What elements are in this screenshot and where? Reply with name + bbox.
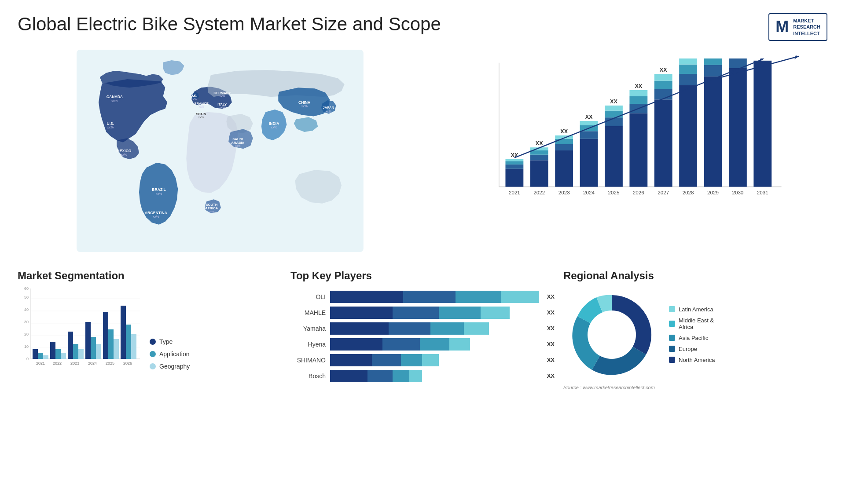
svg-text:2027: 2027 xyxy=(658,190,669,195)
svg-rect-61 xyxy=(605,126,623,187)
legend-latin-label: Latin America xyxy=(679,306,713,313)
svg-text:xx%: xx% xyxy=(209,211,215,214)
player-bar-oli xyxy=(330,291,539,303)
legend-north-america: North America xyxy=(669,357,715,363)
legend-geography-label: Geography xyxy=(159,363,190,370)
header: Global Electric Bike System Market Size … xyxy=(0,0,845,45)
player-row-yamaha: Yamaha XX xyxy=(290,322,555,335)
svg-text:AFRICA: AFRICA xyxy=(205,206,218,210)
svg-rect-125 xyxy=(85,322,91,359)
svg-rect-44 xyxy=(530,155,548,161)
svg-rect-58 xyxy=(580,121,598,125)
bottom-row: Market Segmentation 0 10 20 30 40 50 60 xyxy=(0,265,845,399)
svg-text:xx%: xx% xyxy=(326,110,331,113)
svg-text:2023: 2023 xyxy=(70,361,79,365)
svg-text:2025: 2025 xyxy=(106,361,114,365)
svg-rect-49 xyxy=(555,150,573,187)
svg-text:ARABIA: ARABIA xyxy=(231,141,244,145)
segment-title: Market Segmentation xyxy=(18,270,282,282)
player-row-hyena: Hyena XX xyxy=(290,338,555,351)
svg-rect-45 xyxy=(530,150,548,155)
player-bar-yamaha xyxy=(330,322,539,335)
logo-letter: M xyxy=(775,18,789,36)
svg-line-33 xyxy=(717,56,799,78)
svg-text:xx%: xx% xyxy=(156,192,162,196)
svg-rect-56 xyxy=(580,131,598,139)
legend-asia-pacific: Asia Pacific xyxy=(669,335,715,341)
svg-text:2024: 2024 xyxy=(583,190,595,195)
page-title: Global Electric Bike System Market Size … xyxy=(18,13,441,35)
segment-chart-area: 0 10 20 30 40 50 60 2021 xyxy=(18,286,282,379)
player-xx-bosch: XX xyxy=(547,373,555,379)
player-row-bosch: Bosch XX xyxy=(290,370,555,382)
svg-rect-135 xyxy=(131,334,136,359)
svg-text:2022: 2022 xyxy=(533,190,545,195)
source-text: Source : www.marketresearchintellect.com xyxy=(563,383,827,390)
players-title: Top Key Players xyxy=(290,270,555,282)
map-container: CANADA xx% U.S. xx% MEXICO xx% BRAZIL xx… xyxy=(18,50,422,252)
svg-rect-40 xyxy=(505,159,523,161)
svg-text:2023: 2023 xyxy=(558,190,570,195)
player-bar-hyena xyxy=(330,338,539,351)
svg-rect-80 xyxy=(679,74,697,85)
regional-content: Latin America Middle East &Africa Asia P… xyxy=(563,286,827,383)
svg-rect-63 xyxy=(605,111,623,118)
bar-chart-section: XX 2021 XX 2022 XX 2023 xyxy=(422,45,827,265)
legend-latin-dot xyxy=(669,306,675,312)
player-row-oli: OLI XX xyxy=(290,291,555,303)
svg-text:SPAIN: SPAIN xyxy=(196,112,206,116)
svg-rect-75 xyxy=(654,80,672,89)
legend-middle-east: Middle East &Africa xyxy=(669,317,715,330)
svg-rect-79 xyxy=(679,85,697,186)
svg-rect-38 xyxy=(505,164,523,169)
player-name-shimano: SHIMANO xyxy=(290,357,326,364)
svg-text:JAPAN: JAPAN xyxy=(323,106,334,110)
svg-text:xx%: xx% xyxy=(198,116,204,119)
svg-rect-85 xyxy=(704,77,722,187)
svg-rect-82 xyxy=(679,58,697,65)
svg-rect-126 xyxy=(91,337,96,359)
svg-rect-114 xyxy=(38,353,43,359)
svg-text:xx%: xx% xyxy=(219,95,225,98)
regional-section: Regional Analysis xyxy=(563,270,827,390)
legend-geography: Geography xyxy=(150,363,190,370)
svg-text:ITALY: ITALY xyxy=(217,102,227,106)
svg-text:xx%: xx% xyxy=(111,99,118,103)
player-xx-yamaha: XX xyxy=(547,325,555,332)
map-section: CANADA xx% U.S. xx% MEXICO xx% BRAZIL xx… xyxy=(18,45,422,265)
logo-text: MARKET RESEARCH INTELLECT xyxy=(793,18,820,37)
player-xx-mahle: XX xyxy=(547,309,555,316)
svg-rect-131 xyxy=(114,339,119,359)
svg-text:2029: 2029 xyxy=(707,190,719,195)
svg-text:CHINA: CHINA xyxy=(298,100,310,105)
player-name-mahle: MAHLE xyxy=(290,309,326,316)
legend-mideast-dot xyxy=(669,321,675,327)
svg-text:2030: 2030 xyxy=(732,190,743,195)
svg-rect-81 xyxy=(679,65,697,74)
svg-text:2022: 2022 xyxy=(53,361,62,365)
svg-rect-73 xyxy=(654,99,672,186)
legend-northam-label: North America xyxy=(679,357,715,363)
svg-text:xx%: xx% xyxy=(219,106,225,109)
svg-rect-122 xyxy=(73,344,78,359)
svg-rect-69 xyxy=(629,96,647,104)
svg-text:BRAZIL: BRAZIL xyxy=(152,187,166,192)
svg-text:xx%: xx% xyxy=(107,125,114,129)
world-map-svg: CANADA xx% U.S. xx% MEXICO xx% BRAZIL xx… xyxy=(18,50,422,252)
legend-asia-label: Asia Pacific xyxy=(679,335,708,341)
svg-text:40: 40 xyxy=(24,307,29,312)
svg-text:xx%: xx% xyxy=(199,105,205,108)
svg-text:2026: 2026 xyxy=(633,190,644,195)
svg-text:50: 50 xyxy=(24,295,29,299)
svg-text:xx%: xx% xyxy=(121,153,127,157)
svg-rect-43 xyxy=(530,160,548,186)
svg-text:CANADA: CANADA xyxy=(107,95,123,99)
svg-point-137 xyxy=(588,310,636,359)
svg-rect-119 xyxy=(61,353,66,359)
svg-rect-130 xyxy=(108,329,114,359)
donut-chart xyxy=(563,286,660,383)
svg-rect-115 xyxy=(43,355,48,359)
svg-text:xx%: xx% xyxy=(153,215,159,219)
svg-text:xx%: xx% xyxy=(235,144,241,147)
svg-text:60: 60 xyxy=(24,286,29,291)
